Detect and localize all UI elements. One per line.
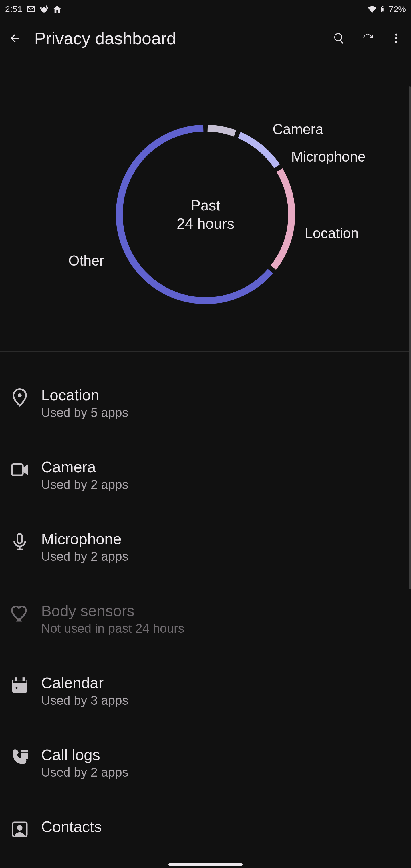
permission-item-subtitle: Not used in past 24 hours — [41, 621, 184, 636]
permission-item-title: Camera — [41, 458, 128, 476]
call-icon — [10, 748, 29, 767]
permission-item-subtitle: Used by 2 apps — [41, 549, 128, 564]
permission-item-subtitle: Used by 5 apps — [41, 405, 128, 420]
location-icon — [10, 388, 29, 407]
appbar: Privacy dashboard — [0, 18, 411, 58]
permission-item-title: Call logs — [41, 746, 128, 764]
svg-point-9 — [395, 41, 397, 43]
contacts-icon — [10, 820, 29, 839]
permission-item-subtitle: Used by 3 apps — [41, 693, 128, 708]
nav-handle — [168, 863, 243, 866]
donut-chart: Past 24 hours — [114, 123, 297, 306]
more-button[interactable] — [387, 29, 405, 48]
battery-icon — [380, 5, 386, 14]
permission-item-contacts[interactable]: Contacts — [0, 809, 411, 866]
svg-point-1 — [46, 7, 48, 8]
permission-item-subtitle: Used by 2 apps — [41, 765, 128, 779]
permission-item-location[interactable]: LocationUsed by 5 apps — [0, 377, 411, 435]
permission-item-mic[interactable]: MicrophoneUsed by 2 apps — [0, 521, 411, 579]
mail-icon — [26, 5, 35, 14]
permission-item-title: Microphone — [41, 530, 128, 548]
refresh-icon — [361, 32, 374, 44]
chart-center-text: Past 24 hours — [114, 196, 297, 233]
chart-label-location: Location — [305, 225, 359, 242]
permission-item-camera[interactable]: CameraUsed by 2 apps — [0, 450, 411, 506]
status-clock: 2:51 — [5, 4, 22, 14]
calendar-icon — [10, 676, 29, 695]
heart-icon — [10, 604, 29, 623]
permission-item-subtitle: Used by 2 apps — [41, 477, 128, 492]
search-icon — [333, 32, 345, 44]
chart-label-mic: Microphone — [291, 149, 366, 165]
back-button[interactable] — [6, 29, 24, 48]
camera-icon — [10, 460, 29, 479]
svg-rect-6 — [382, 6, 383, 7]
permission-item-title: Location — [41, 386, 128, 404]
search-button[interactable] — [330, 29, 348, 48]
mic-icon — [10, 532, 29, 551]
statusbar: 2:51 72% — [0, 0, 411, 18]
arrow-left-icon — [8, 32, 21, 44]
svg-point-8 — [395, 37, 397, 39]
permission-item-calendar[interactable]: CalendarUsed by 3 apps — [0, 665, 411, 722]
status-battery-text: 72% — [389, 4, 406, 14]
chart-label-camera: Camera — [273, 121, 323, 137]
svg-point-7 — [395, 34, 397, 36]
permission-list: LocationUsed by 5 appsCameraUsed by 2 ap… — [0, 352, 411, 866]
wifi-icon — [368, 5, 377, 14]
scrollbar[interactable] — [409, 86, 411, 589]
svg-point-0 — [41, 7, 47, 12]
chart-panel: Past 24 hours Camera Microphone Location… — [0, 58, 411, 352]
permission-item-call[interactable]: Call logsUsed by 2 apps — [0, 737, 411, 794]
permission-item-title: Contacts — [41, 818, 102, 835]
svg-point-2 — [40, 7, 42, 8]
chart-label-other: Other — [68, 252, 104, 269]
refresh-button[interactable] — [358, 29, 377, 48]
reddit-icon — [39, 5, 49, 14]
permission-item-title: Calendar — [41, 674, 128, 691]
svg-point-3 — [46, 5, 47, 6]
home-icon — [53, 5, 62, 14]
permission-item-heart[interactable]: Body sensorsNot used in past 24 hours — [0, 593, 411, 650]
page-title: Privacy dashboard — [34, 29, 320, 48]
permission-item-title: Body sensors — [41, 602, 184, 620]
svg-rect-5 — [382, 8, 384, 11]
more-vert-icon — [390, 32, 403, 44]
